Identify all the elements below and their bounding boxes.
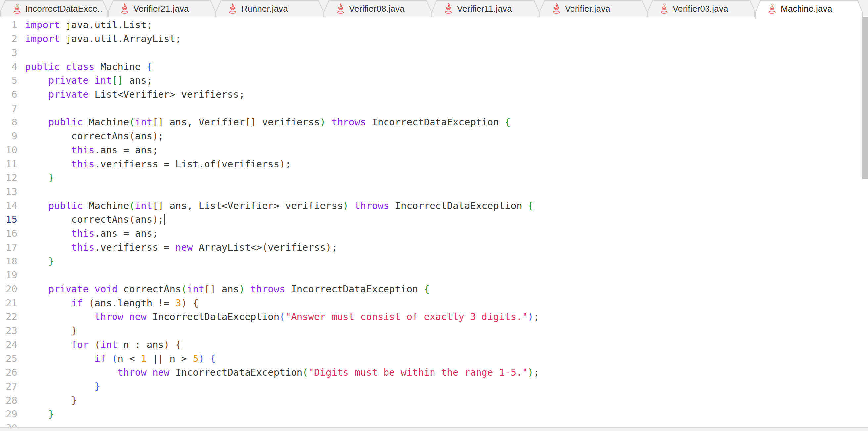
tab-label: Verifier03.java — [673, 4, 728, 14]
java-file-icon — [660, 3, 669, 14]
tab-label: Machine.java — [781, 4, 832, 14]
line-content: this.ans = ans; — [17, 143, 158, 157]
code-line-3: 3 — [0, 46, 539, 60]
line-content: for (int n : ans) { — [17, 338, 181, 351]
line-number: 13 — [0, 185, 17, 198]
code-line-13: 13 — [0, 185, 539, 198]
code-line-15: 15 correctAns(ans); — [0, 213, 539, 226]
line-content: } — [17, 407, 54, 421]
code-line-26: 26 throw new IncorrectDataException("Dig… — [0, 365, 539, 379]
code-line-20: 20 private void correctAns(int[] ans) th… — [0, 282, 539, 296]
line-number: 22 — [0, 310, 17, 324]
line-content: } — [17, 324, 77, 338]
line-number: 21 — [0, 296, 17, 310]
tab-strip: IncorrectDataExce...Verifier21.javaRunne… — [0, 0, 868, 17]
line-number: 26 — [0, 365, 17, 379]
line-content: correctAns(ans); — [17, 213, 165, 226]
line-number: 1 — [0, 18, 17, 32]
tab-incorrectdataexce[interactable]: IncorrectDataExce... — [0, 0, 108, 17]
tab-verifier-java[interactable]: Verifier.java — [539, 0, 647, 17]
line-number: 5 — [0, 73, 17, 87]
line-content: this.verifierss = List.of(verifierss); — [17, 157, 291, 171]
code-lines: 1import java.util.List;2import java.util… — [0, 18, 539, 431]
line-content: private void correctAns(int[] ans) throw… — [17, 282, 430, 296]
line-content: import java.util.ArrayList; — [17, 32, 181, 46]
line-content: this.ans = ans; — [17, 226, 158, 240]
code-line-24: 24 for (int n : ans) { — [0, 338, 539, 351]
line-content: } — [17, 171, 54, 185]
code-line-4: 4public class Machine { — [0, 60, 539, 73]
java-file-icon — [12, 3, 21, 14]
line-content: correctAns(ans); — [17, 129, 164, 143]
line-content: } — [17, 379, 100, 393]
code-line-5: 5 private int[] ans; — [0, 73, 539, 87]
line-number: 8 — [0, 115, 17, 129]
line-number: 23 — [0, 324, 17, 338]
tab-content: Runner.java — [228, 0, 318, 17]
tab-label: Verifier21.java — [133, 4, 189, 14]
line-content: public class Machine { — [17, 60, 152, 73]
tab-content: Verifier03.java — [660, 0, 750, 17]
line-number: 17 — [0, 240, 17, 254]
java-file-icon — [768, 3, 776, 14]
code-line-27: 27 } — [0, 379, 539, 393]
line-number: 18 — [0, 254, 17, 268]
line-number: 15 — [0, 213, 17, 226]
code-line-12: 12 } — [0, 171, 539, 185]
line-number: 3 — [0, 46, 17, 60]
code-line-29: 29 } — [0, 407, 539, 421]
line-number: 28 — [0, 393, 17, 407]
line-content: private int[] ans; — [17, 73, 152, 87]
line-number: 25 — [0, 351, 17, 365]
tab-runner-java[interactable]: Runner.java — [216, 0, 323, 17]
line-content: throw new IncorrectDataException("Answer… — [17, 310, 539, 324]
tab-label: Verifier.java — [565, 4, 610, 14]
code-line-21: 21 if (ans.length != 3) { — [0, 296, 539, 310]
line-content — [17, 46, 25, 60]
tab-label: IncorrectDataExce... — [26, 4, 102, 14]
line-number: 24 — [0, 338, 17, 351]
line-number: 9 — [0, 129, 17, 143]
code-line-10: 10 this.ans = ans; — [0, 143, 539, 157]
code-line-23: 23 } — [0, 324, 539, 338]
code-line-1: 1import java.util.List; — [0, 18, 539, 32]
code-line-22: 22 throw new IncorrectDataException("Ans… — [0, 310, 539, 324]
vertical-scrollbar-thumb[interactable] — [862, 17, 868, 179]
line-number: 16 — [0, 226, 17, 240]
java-file-icon — [336, 3, 345, 14]
java-file-icon — [228, 3, 237, 14]
line-content: throw new IncorrectDataException("Digits… — [17, 365, 539, 379]
code-line-6: 6 private List<Verifier> verifierss; — [0, 87, 539, 101]
line-content: private List<Verifier> verifierss; — [17, 87, 245, 101]
line-content — [17, 101, 25, 115]
line-content: public Machine(int[] ans, List<Verifier>… — [17, 198, 534, 213]
line-number: 12 — [0, 171, 17, 185]
horizontal-scrollbar-track[interactable] — [0, 427, 868, 431]
line-content: } — [17, 393, 77, 407]
tab-verifier11-java[interactable]: Verifier11.java — [432, 0, 539, 17]
line-content — [17, 185, 25, 198]
line-number: 7 — [0, 101, 17, 115]
tab-content: Verifier08.java — [336, 0, 426, 17]
text-cursor — [164, 214, 165, 225]
line-number: 6 — [0, 87, 17, 101]
tab-verifier21-java[interactable]: Verifier21.java — [108, 0, 216, 17]
java-file-icon — [444, 3, 453, 14]
line-content: import java.util.List; — [17, 18, 152, 32]
tab-label: Verifier08.java — [349, 4, 405, 14]
tab-content: IncorrectDataExce... — [12, 0, 102, 17]
code-line-19: 19 — [0, 268, 539, 282]
tab-machine-java[interactable]: Machine.java — [755, 0, 863, 19]
tab-verifier08-java[interactable]: Verifier08.java — [323, 0, 432, 17]
line-number: 29 — [0, 407, 17, 421]
line-content — [17, 268, 25, 282]
tab-label: Verifier11.java — [457, 4, 512, 14]
code-line-2: 2import java.util.ArrayList; — [0, 32, 539, 46]
tab-content: Verifier21.java — [120, 0, 211, 17]
code-line-16: 16 this.ans = ans; — [0, 226, 539, 240]
code-line-28: 28 } — [0, 393, 539, 407]
tab-verifier03-java[interactable]: Verifier03.java — [647, 0, 755, 17]
line-number: 11 — [0, 157, 17, 171]
tab-content: Machine.java — [768, 0, 858, 17]
code-editor[interactable]: 1import java.util.List;2import java.util… — [0, 17, 868, 431]
